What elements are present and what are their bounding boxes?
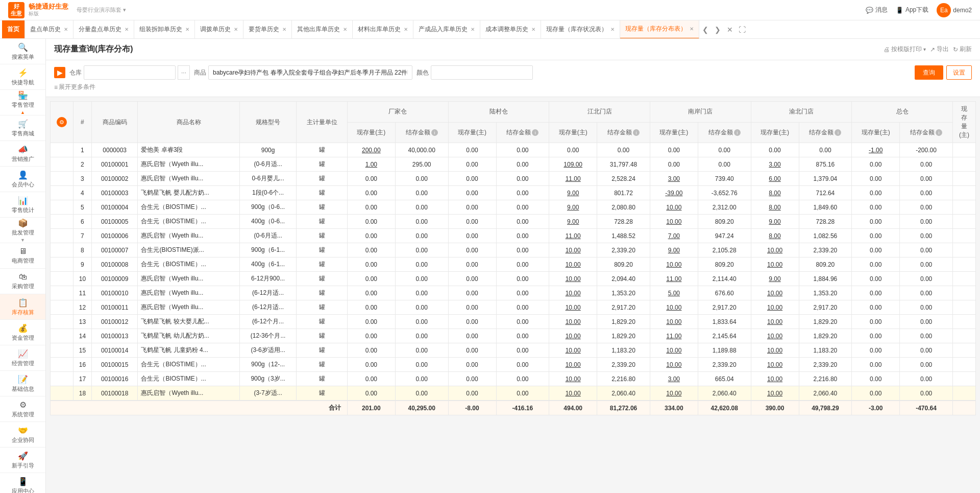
tab-3[interactable]: 组装拆卸单历史 ✕	[134, 20, 195, 39]
stock-link[interactable]: 200.00	[362, 147, 381, 154]
stock-link[interactable]: 11.00	[566, 175, 581, 182]
tab-close-8[interactable]: ✕	[471, 27, 475, 32]
tab-4[interactable]: 调拨单历史 ✕	[195, 20, 243, 39]
tab-close-3[interactable]: ✕	[185, 27, 189, 32]
tab-close-4[interactable]: ✕	[234, 27, 238, 32]
user-area[interactable]: Ea demo2	[937, 3, 972, 17]
tab-close-11[interactable]: ✕	[690, 26, 694, 32]
sidebar-item-search[interactable]: 🔍 搜索英单	[0, 39, 45, 64]
stock-link[interactable]: 1.00	[365, 161, 377, 168]
stock-link[interactable]: 10.00	[767, 261, 782, 268]
tab-close-9[interactable]: ✕	[531, 27, 535, 32]
export-btn[interactable]: ↗ 导出	[930, 45, 949, 54]
stock-link[interactable]: 10.00	[767, 318, 782, 325]
sidebar-item-purchase[interactable]: 🛍 采购管理	[0, 269, 45, 294]
stock-link[interactable]: 10.00	[566, 390, 581, 397]
sidebar-item-operation[interactable]: 📈 经营管理	[0, 345, 45, 371]
industry-select[interactable]: 母婴行业演示陈套 ▾	[77, 6, 126, 14]
sidebar-item-finance[interactable]: 💰 资金管理	[0, 320, 45, 345]
stock-link[interactable]: 10.00	[566, 304, 581, 311]
stock-link[interactable]: 109.00	[564, 161, 582, 168]
sidebar-item-member[interactable]: 👤 会员中心	[0, 167, 45, 192]
sidebar-item-system[interactable]: ⚙ 系统管理	[0, 396, 45, 422]
stock-link[interactable]: 10.00	[566, 361, 581, 368]
stock-link[interactable]: 10.00	[767, 304, 782, 311]
expand-condition-btn[interactable]: ≡ 展开更多条件	[54, 83, 972, 91]
stock-link[interactable]: 10.00	[767, 333, 782, 340]
tab-next-btn[interactable]: ❯	[712, 20, 724, 39]
tab-close-7[interactable]: ✕	[404, 27, 408, 32]
sidebar-item-wholesale[interactable]: 📦 批发管理 ▼	[0, 218, 45, 243]
tab-close-2[interactable]: ✕	[125, 27, 129, 32]
stock-link[interactable]: 10.00	[767, 290, 782, 297]
stock-link[interactable]: 10.00	[666, 347, 681, 354]
stock-link[interactable]: 6.00	[769, 175, 780, 182]
tab-7[interactable]: 材料出库单历史 ✕	[353, 20, 413, 39]
sidebar-item-basic-info[interactable]: 📝 基础信息	[0, 371, 45, 396]
tab-1[interactable]: 盘点单历史 ✕	[25, 20, 74, 39]
stock-link[interactable]: 5.00	[668, 290, 680, 297]
stock-link[interactable]: 11.00	[666, 275, 681, 283]
tab-close-6[interactable]: ✕	[343, 27, 347, 32]
stock-link[interactable]: -1.00	[869, 147, 883, 154]
expand-search-btn[interactable]: ▶	[54, 67, 65, 78]
stock-link[interactable]: 8.00	[769, 204, 780, 211]
stock-link[interactable]: 10.00	[666, 361, 681, 368]
stock-link[interactable]: 10.00	[566, 333, 581, 340]
sidebar-item-guide[interactable]: 🚀 新手引导	[0, 448, 45, 473]
warehouse-dots-btn[interactable]: ···	[178, 65, 190, 80]
stock-link[interactable]: 10.00	[767, 375, 782, 383]
stock-link[interactable]: 10.00	[767, 390, 782, 397]
stock-link[interactable]: 7.00	[668, 232, 680, 240]
stock-link[interactable]: 11.00	[566, 232, 581, 240]
stock-link[interactable]: 3.00	[769, 161, 780, 168]
tab-close-5[interactable]: ✕	[282, 27, 286, 32]
color-input[interactable]	[431, 65, 533, 80]
stock-link[interactable]: 10.00	[767, 247, 782, 254]
sidebar-item-marketing[interactable]: 📣 营销推广	[0, 141, 45, 167]
tab-2[interactable]: 分量盘点单历史 ✕	[74, 20, 134, 39]
stock-link[interactable]: 9.00	[567, 190, 579, 197]
stock-link[interactable]: 10.00	[566, 318, 581, 325]
stock-link[interactable]: 10.00	[767, 347, 782, 354]
table-settings-icon[interactable]: ⚙	[57, 117, 67, 127]
stock-link[interactable]: 8.00	[769, 190, 780, 197]
stock-link[interactable]: 10.00	[666, 204, 681, 211]
sidebar-item-app-center[interactable]: 📱 应用中心	[0, 473, 45, 493]
tab-expand-btn[interactable]: ⛶	[736, 20, 748, 39]
stock-link[interactable]: 10.00	[767, 361, 782, 368]
tab-10[interactable]: 现存量（库存状况表） ✕	[541, 20, 620, 39]
tab-close-all-btn[interactable]: ✕	[724, 20, 736, 39]
stock-link[interactable]: 10.00	[666, 318, 681, 325]
download-btn[interactable]: 📱 App下载	[896, 6, 928, 14]
product-input[interactable]	[208, 65, 412, 80]
stock-link[interactable]: 9.00	[567, 204, 579, 211]
message-btn[interactable]: 💬 消息	[866, 6, 888, 14]
tab-6[interactable]: 其他出库单历史 ✕	[292, 20, 353, 39]
stock-link[interactable]: 10.00	[566, 261, 581, 268]
stock-link[interactable]: 10.00	[566, 247, 581, 254]
stock-link[interactable]: 10.00	[566, 290, 581, 297]
warehouse-input[interactable]	[84, 65, 176, 80]
stock-link[interactable]: 10.00	[566, 275, 581, 283]
tab-8[interactable]: 产成品入库单历史 ✕	[413, 20, 480, 39]
stock-link[interactable]: 10.00	[666, 304, 681, 311]
stock-link[interactable]: 10.00	[666, 218, 681, 225]
sidebar-item-ecommerce[interactable]: 🖥 电商管理	[0, 243, 45, 269]
sidebar-item-retail-mall[interactable]: 🛒 零售商城	[0, 115, 45, 141]
stock-link[interactable]: 11.00	[666, 333, 681, 340]
tab-close-1[interactable]: ✕	[64, 27, 68, 32]
stock-link[interactable]: 9.00	[769, 275, 780, 283]
stock-link[interactable]: 10.00	[566, 375, 581, 383]
stock-link[interactable]: 9.00	[769, 218, 780, 225]
stock-link[interactable]: 9.00	[567, 218, 579, 225]
sidebar-item-retail-stats[interactable]: 📊 零售统计	[0, 192, 45, 218]
tab-prev-btn[interactable]: ❮	[699, 20, 712, 39]
stock-link[interactable]: 9.00	[668, 247, 680, 254]
stock-link[interactable]: 8.00	[769, 232, 780, 240]
tab-home[interactable]: 首页	[2, 20, 25, 39]
sidebar-item-inventory[interactable]: 📋 库存核算	[0, 294, 45, 320]
stock-link[interactable]: 10.00	[666, 390, 681, 397]
sidebar-item-retail-mgmt[interactable]: 🏪 零售管理 ▲	[0, 90, 45, 115]
stock-link[interactable]: 3.00	[668, 175, 680, 182]
